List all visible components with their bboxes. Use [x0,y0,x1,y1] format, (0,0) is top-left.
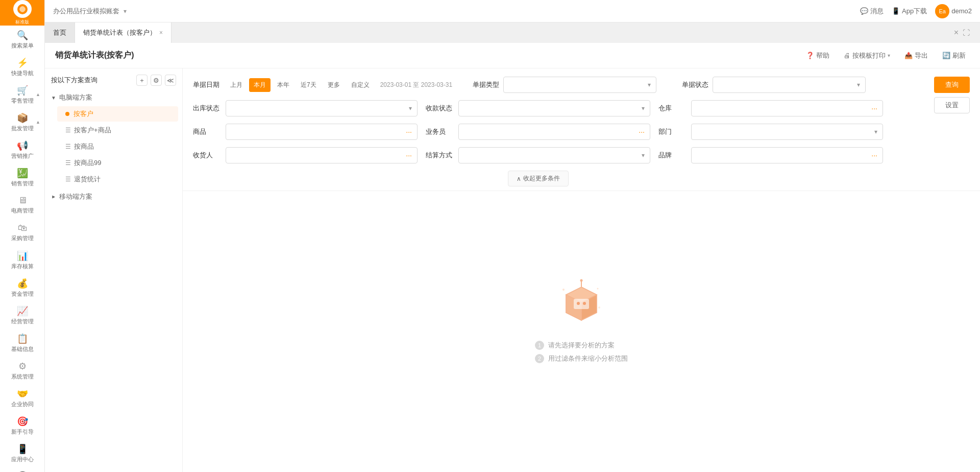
print-button[interactable]: 🖨 按模板打印 ▾ [840,49,894,62]
sidebar-item-label: 应用中心 [11,456,34,463]
payment-method-input[interactable]: ▾ [458,147,650,163]
filter-item-salesperson: 业务员 ··· [426,124,650,140]
help-button[interactable]: ❓ 帮助 [802,49,834,62]
salesperson-input[interactable]: ··· [458,124,650,140]
avatar-initials: Ea [939,8,946,14]
scheme-header-title: 按以下方案查询 [51,76,97,85]
brand-more-icon[interactable]: ··· [871,151,877,159]
scheme-section-desktop-title[interactable]: ▼ 电脑端方案 [45,90,182,105]
scheme-collapse-button[interactable]: ≪ [165,75,176,86]
sidebar-item-operation[interactable]: 📈 经营管理 [0,301,44,329]
section-label: 移动端方案 [59,192,92,201]
app-download-label: App下载 [902,7,927,16]
header-left: 办公用品行业模拟账套 ▾ [53,7,127,16]
section-expand-icon: ▼ [51,194,56,199]
doc-type-input[interactable]: ▾ [503,77,656,93]
tab-sales-stats[interactable]: 销货单统计表（按客户） × [75,22,172,43]
scheme-item-by-customer[interactable]: 按客户 [57,106,178,122]
sidebar: 标准版 🔍 搜索菜单 ⚡ 快捷导航 🛒 零售管理 ▲ 📦 批发管理 ▲ 📢 营销… [0,0,45,472]
sidebar-item-sales[interactable]: 💹 销售管理 [0,163,44,191]
sidebar-item-basic[interactable]: 📋 基础信息 [0,329,44,357]
help-icon: ❓ [806,52,814,59]
collapse-button[interactable]: ∧ 收起更多条件 [508,171,569,186]
page-header: 销货单统计表(按客户) ❓ 帮助 🖨 按模板打印 ▾ 📤 导出 🔄 刷新 [45,43,980,68]
sidebar-item-wholesale[interactable]: 📦 批发管理 ▲ [0,108,44,136]
sidebar-item-ecommerce[interactable]: 🖥 电商管理 [0,191,44,219]
window-maximize-button[interactable]: ⛶ [963,29,970,37]
sidebar-item-system[interactable]: ⚙ 系统管理 [0,357,44,384]
filter-row-1: 出库状态 ▾ 收款状态 [193,100,883,116]
scheme-add-button[interactable]: + [136,75,148,86]
warehouse-more-icon[interactable]: ··· [871,104,877,112]
sidebar-item-search[interactable]: 🔍 搜索菜单 [0,26,44,53]
payment-status-input[interactable]: ▾ [458,100,650,116]
scheme-item-icon: ☰ [65,143,71,150]
expand-icon: ▲ [36,92,40,97]
date-btn-this-year[interactable]: 本年 [273,78,294,92]
tab-home[interactable]: 首页 [45,22,75,43]
date-btn-more[interactable]: 更多 [323,78,345,92]
sidebar-item-finance[interactable]: 💰 资金管理 [0,274,44,301]
scheme-header-actions: + ⚙ ≪ [136,75,176,86]
sidebar-item-purchase[interactable]: 🛍 采购管理 [0,219,44,246]
svg-point-7 [583,302,586,305]
workspace-dropdown-icon[interactable]: ▾ [124,8,127,15]
recipient-more-icon[interactable]: ··· [406,151,412,159]
sidebar-item-label: 搜索菜单 [11,42,34,50]
brand-input[interactable]: ··· [691,147,883,163]
tab-close-button[interactable]: × [159,29,163,36]
doc-type-label: 单据类型 [473,80,499,89]
scheme-item-label: 按商品99 [74,158,101,168]
scheme-item-by-customer-goods[interactable]: ☰ 按客户+商品 [57,123,178,138]
svg-point-6 [577,302,580,305]
export-button[interactable]: 📤 导出 [900,49,932,62]
date-btn-last-month[interactable]: 上月 [226,78,247,92]
app-download-button[interactable]: 📱 App下载 [892,7,927,16]
payment-status-label: 收款状态 [426,104,454,113]
goods-more-icon[interactable]: ··· [406,128,412,136]
print-dropdown-icon: ▾ [888,53,890,58]
user-avatar: Ea [935,4,949,18]
sidebar-item-retail[interactable]: 🛒 零售管理 ▲ [0,81,44,108]
sidebar-item-app-center[interactable]: 📱 应用中心 [0,439,44,467]
refresh-button[interactable]: 🔄 刷新 [938,49,970,62]
sidebar-item-inventory[interactable]: 📊 库存核算 [0,246,44,274]
logo[interactable]: 标准版 [0,0,44,26]
page-content: 销货单统计表(按客户) ❓ 帮助 🖨 按模板打印 ▾ 📤 导出 🔄 刷新 [45,43,980,472]
sidebar-item-label: 销售管理 [11,180,34,187]
date-btn-custom[interactable]: 自定义 [347,78,374,92]
warehouse-input[interactable]: ··· [691,100,883,116]
sales-stats-tab-label: 销货单统计表（按客户） [83,28,156,37]
tip-text-1: 请先选择要分析的方案 [548,341,615,350]
salesperson-more-icon[interactable]: ··· [639,128,645,136]
user-menu[interactable]: Ea demo2 [935,4,972,18]
window-close-button[interactable]: × [954,28,959,37]
date-btn-this-month[interactable]: 本月 [249,78,271,92]
sidebar-item-guide[interactable]: 🎯 新手引导 [0,412,44,439]
date-btn-last-7[interactable]: 近7天 [296,78,321,92]
message-icon: 💬 [860,7,868,15]
department-input[interactable]: ▾ [691,124,883,140]
sidebar-item-cooperation[interactable]: 🤝 企业协同 [0,384,44,412]
doc-status-input[interactable]: ▾ [713,77,866,93]
filter-item-goods: 商品 ··· [193,124,418,140]
goods-input[interactable]: ··· [226,124,418,140]
scheme-item-label: 按客户+商品 [74,126,111,135]
recipient-input[interactable]: ··· [226,147,418,163]
department-label: 部门 [658,127,687,136]
message-button[interactable]: 💬 消息 [860,7,884,16]
warehouse-status-input[interactable]: ▾ [226,100,418,116]
query-button[interactable]: 查询 [934,77,970,93]
scheme-item-by-goods-99[interactable]: ☰ 按商品99 [57,155,178,171]
sidebar-item-wechat[interactable]: 💬 企业微信 [0,467,44,472]
scheme-item-by-goods[interactable]: ☰ 按商品 [57,139,178,154]
settings-button[interactable]: 设置 [934,97,970,113]
scheme-item-return-stats[interactable]: ☰ 退货统计 [57,172,178,187]
scheme-section-mobile-title[interactable]: ▼ 移动端方案 [45,189,182,204]
sidebar-item-label: 采购管理 [11,234,34,242]
sidebar-item-marketing[interactable]: 📢 营销推广 [0,136,44,163]
refresh-label: 刷新 [952,51,966,60]
header-right: 💬 消息 📱 App下载 Ea demo2 [860,4,972,18]
sidebar-item-quick-nav[interactable]: ⚡ 快捷导航 [0,53,44,81]
scheme-settings-button[interactable]: ⚙ [151,75,162,86]
